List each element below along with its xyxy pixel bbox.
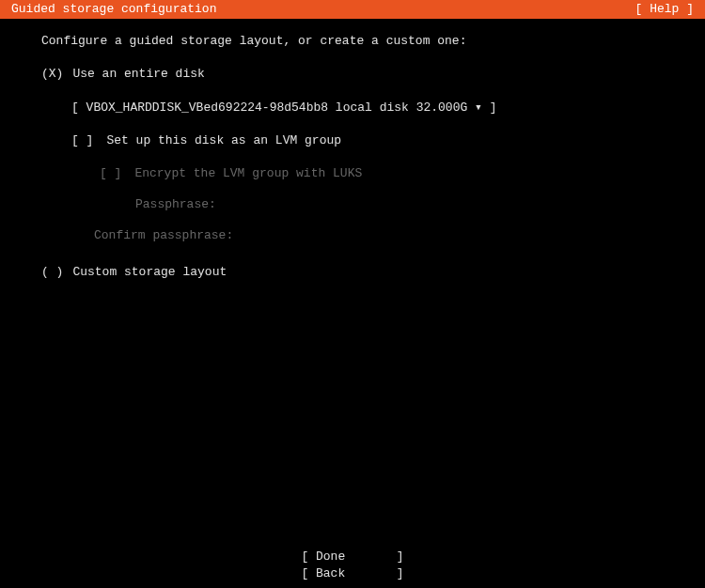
radio-use-entire-disk[interactable]: (X) — [41, 67, 63, 81]
label-custom: Custom storage layout — [72, 265, 227, 279]
disk-dropdown[interactable]: [ VBOX_HARDDISK_VBed692224-98d54bb8 loca… — [71, 101, 497, 115]
footer-buttons: [ Done ] [ Back ] — [0, 549, 705, 582]
back-button[interactable]: [ Back ] — [301, 566, 403, 580]
help-button[interactable]: [ Help ] — [635, 0, 694, 19]
option-lvm[interactable]: [ ] Set up this disk as an LVM group — [41, 133, 664, 147]
label-use-entire-disk: Use an entire disk — [72, 67, 204, 81]
option-encrypt: [ ] Encrypt the LVM group with LUKS — [41, 166, 664, 180]
checkbox-encrypt: [ ] — [100, 166, 121, 180]
option-custom-layout[interactable]: ( ) Custom storage layout — [41, 265, 664, 279]
label-lvm: Set up this disk as an LVM group — [106, 133, 341, 147]
label-encrypt: Encrypt the LVM group with LUKS — [134, 166, 362, 180]
title-bar: Guided storage configuration [ Help ] — [0, 0, 705, 19]
disk-select-row[interactable]: [ VBOX_HARDDISK_VBed692224-98d54bb8 loca… — [41, 100, 664, 115]
label-passphrase: Passphrase: — [135, 197, 216, 211]
title-text: Guided storage configuration — [11, 0, 216, 19]
confirm-passphrase-row: Confirm passphrase: — [41, 228, 664, 242]
label-confirm-passphrase: Confirm passphrase: — [94, 228, 233, 242]
instruction-text: Configure a guided storage layout, or cr… — [41, 34, 664, 48]
main-content: Configure a guided storage layout, or cr… — [0, 19, 705, 294]
radio-custom[interactable]: ( ) — [41, 265, 63, 279]
passphrase-row: Passphrase: — [41, 197, 664, 211]
done-button[interactable]: [ Done ] — [301, 549, 403, 564]
checkbox-lvm[interactable]: [ ] — [71, 133, 93, 147]
option-use-entire-disk[interactable]: (X) Use an entire disk — [41, 67, 664, 81]
